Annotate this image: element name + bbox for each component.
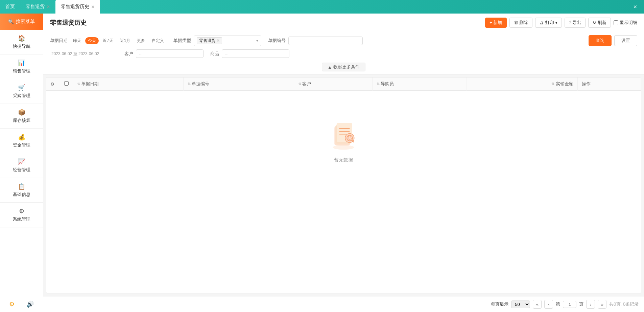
home-icon: 🏠 (18, 35, 25, 42)
customer-placeholder: ... (139, 51, 143, 56)
refresh-button[interactable]: ↻ 刷新 (588, 18, 611, 28)
page-first-icon: « (536, 302, 539, 307)
goods-placeholder: ... (225, 51, 229, 56)
sidebar-item-inventory-label: 库存核算 (13, 117, 30, 124)
speaker-icon[interactable]: 🔊 (26, 300, 34, 308)
operations-icon: 📈 (18, 158, 25, 165)
top-bar-close[interactable]: ✕ (633, 4, 644, 9)
page-size-select[interactable]: 50 10 20 100 (511, 300, 530, 308)
show-detail-checkbox[interactable]: 显示明细 (614, 20, 637, 26)
show-detail-input[interactable] (614, 20, 618, 25)
sidebar-item-finance[interactable]: 💰 资金管理 (0, 129, 43, 153)
sidebar-item-sales[interactable]: 📊 销售管理 (0, 54, 43, 79)
tab-retail-return-history-close[interactable]: ✕ (91, 4, 95, 9)
main-layout: 🔍 搜索菜单 🏠 快捷导航 📊 销售管理 🛒 采购管理 📦 库存核算 💰 (0, 14, 644, 312)
page-next-btn[interactable]: › (586, 300, 595, 309)
date-range-display: 2023-06-02 至 2023-06-02 (50, 50, 118, 57)
page-title-bar: 零售退货历史 + 新增 🗑 删除 🖨 打印 ▾ ⤴ 导出 (50, 18, 637, 28)
page-actions: + 新增 🗑 删除 🖨 打印 ▾ ⤴ 导出 ↻ 刷新 (485, 18, 637, 28)
date-btn-7days[interactable]: 近7天 (100, 37, 116, 44)
date-btn-1month[interactable]: 近1月 (117, 37, 133, 44)
tag-close-icon[interactable]: ✕ (216, 38, 220, 43)
tab-retail-return-history[interactable]: 零售退货历史 ✕ (55, 0, 100, 14)
print-button[interactable]: 🖨 打印 ▾ (535, 18, 562, 28)
page-prev-btn[interactable]: ‹ (544, 300, 553, 309)
voucher-type-filter: 单据类型 零售退货 ✕ ▾ (173, 36, 261, 46)
sidebar-item-shortcuts[interactable]: 🏠 快捷导航 (0, 30, 43, 54)
purchase-icon: 🛒 (18, 84, 25, 91)
tab-bar: 首页 零售退货 ✕ 零售退货历史 ✕ (0, 0, 633, 14)
date-btn-more[interactable]: 更多 (134, 37, 148, 44)
page-last-icon: » (601, 302, 603, 307)
th-action: 操作 (577, 77, 641, 91)
show-detail-label: 显示明细 (620, 20, 637, 26)
date-btn-today[interactable]: 今天 (85, 37, 99, 44)
select-all-checkbox[interactable] (64, 81, 69, 86)
sort-customer-icon: ⇅ (298, 82, 302, 86)
customer-select[interactable]: ... (136, 49, 204, 58)
sidebar-item-purchase[interactable]: 🛒 采购管理 (0, 79, 43, 104)
th-amount[interactable]: ⇅ 实销金额 (467, 77, 577, 91)
print-button-label: 🖨 打印 (540, 20, 554, 26)
collapse-bar: ▲ 收起更多条件 (50, 61, 637, 74)
tab-retail-return-history-label: 零售退货历史 (61, 4, 89, 10)
customer-filter: 客户 ... (124, 49, 204, 58)
setting-button-label: 设置 (621, 38, 630, 44)
table-container: ⚙ ⇅ 单据日期 ⇅ 单据编号 (46, 77, 641, 293)
date-filter-group: 昨天 今天 近7天 近1月 更多 自定义 (70, 37, 167, 44)
basic-info-icon: 📋 (18, 183, 25, 190)
goods-select[interactable]: ... (222, 49, 289, 58)
page-number-input[interactable] (563, 301, 576, 308)
th-settings[interactable]: ⚙ (46, 77, 60, 91)
voucher-no-label: 单据编号 (268, 38, 286, 44)
sidebar-item-operations-label: 经营管理 (13, 167, 30, 173)
sort-guide-icon: ⇅ (377, 82, 381, 86)
new-button[interactable]: + 新增 (485, 18, 506, 28)
tab-retail-return-close[interactable]: ✕ (47, 4, 50, 9)
sidebar-search[interactable]: 🔍 搜索菜单 (0, 14, 43, 30)
query-actions: 查询 设置 (369, 35, 637, 46)
setting-button[interactable]: 设置 (614, 35, 637, 46)
empty-illustration (327, 118, 360, 152)
sidebar-item-operations[interactable]: 📈 经营管理 (0, 153, 43, 178)
tab-home[interactable]: 首页 (0, 0, 20, 14)
collapse-up-icon: ▲ (328, 65, 332, 70)
th-customer[interactable]: ⇅ 客户 (294, 77, 373, 91)
settings-bottom-icon[interactable]: ⚙ (9, 300, 15, 308)
th-date[interactable]: ⇅ 单据日期 (73, 77, 183, 91)
sidebar-search-label: 搜索菜单 (16, 19, 35, 25)
query-button[interactable]: 查询 (589, 35, 612, 46)
tab-home-label: 首页 (5, 4, 15, 10)
voucher-type-select[interactable]: 零售退货 ✕ ▾ (194, 36, 261, 46)
page-first-btn[interactable]: « (533, 300, 542, 309)
date-btn-yesterday[interactable]: 昨天 (70, 37, 84, 44)
sidebar-item-system-label: 系统管理 (13, 216, 30, 222)
sales-icon: 📊 (18, 59, 25, 67)
sidebar-item-system[interactable]: ⚙ 系统管理 (0, 203, 43, 227)
page-size-label: 每页显示 (491, 301, 508, 307)
th-guide[interactable]: ⇅ 导购员 (372, 77, 467, 91)
collapse-button[interactable]: ▲ 收起更多条件 (322, 63, 365, 71)
export-button[interactable]: ⤴ 导出 (565, 18, 586, 28)
page-last-btn[interactable]: » (598, 300, 606, 309)
svg-point-11 (350, 136, 351, 137)
query-button-label: 查询 (596, 38, 604, 44)
page-next-icon: › (590, 302, 591, 307)
voucher-type-tag: 零售退货 ✕ (197, 37, 222, 44)
sidebar-item-basic-info[interactable]: 📋 基础信息 (0, 178, 43, 203)
sidebar-item-inventory[interactable]: 📦 库存核算 (0, 104, 43, 129)
th-no[interactable]: ⇅ 单据编号 (183, 77, 294, 91)
date-btn-custom[interactable]: 自定义 (149, 37, 167, 44)
th-guide-label: 导购员 (381, 81, 394, 86)
date-filter-label: 单据日期 (50, 38, 68, 44)
empty-state: 暂无数据 (46, 91, 641, 190)
tab-retail-return[interactable]: 零售退货 ✕ (20, 0, 55, 14)
sort-amount-icon: ⇅ (551, 82, 555, 86)
svg-point-10 (348, 136, 349, 137)
chevron-down-icon: ▾ (555, 21, 557, 25)
th-check[interactable] (60, 77, 73, 91)
sidebar-bottom: ⚙ 🔊 (0, 296, 43, 312)
voucher-no-input[interactable] (288, 37, 363, 45)
voucher-type-value: 零售退货 (199, 38, 215, 44)
delete-button[interactable]: 🗑 删除 (509, 18, 533, 28)
